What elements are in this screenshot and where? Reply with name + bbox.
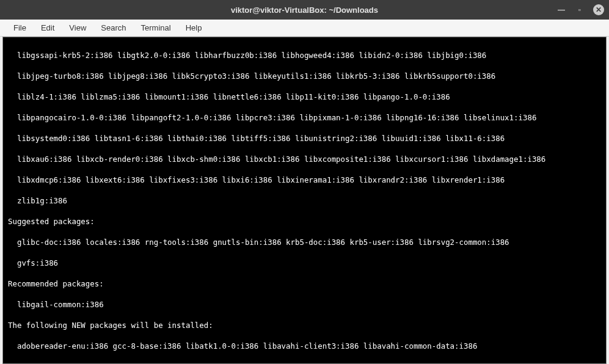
window-title: viktor@viktor-VirtualBox: ~/Downloads <box>231 5 378 15</box>
terminal-line: libxdmcp6:i386 libxext6:i386 libxfixes3:… <box>8 175 601 185</box>
terminal-line: libavahi-common3:i386 libblkid1:i386 lib… <box>8 362 601 364</box>
menu-terminal[interactable]: Terminal <box>134 21 178 35</box>
terminal-line: libsystemd0:i386 libtasn1-6:i386 libthai… <box>8 133 601 144</box>
terminal-line: Recommended packages: <box>8 278 601 289</box>
terminal-line: libpangocairo-1.0-0:i386 libpangoft2-1.0… <box>8 112 601 123</box>
terminal-line: glibc-doc:i386 locales:i386 rng-tools:i3… <box>8 237 601 247</box>
terminal-line: libjpeg-turbo8:i386 libjpeg8:i386 libk5c… <box>8 71 601 81</box>
minimize-icon[interactable]: — <box>556 5 566 15</box>
terminal-line: libgail-common:i386 <box>8 299 601 310</box>
terminal-line: The following NEW packages will be insta… <box>8 320 601 330</box>
terminal-line: adobereader-enu:i386 gcc-8-base:i386 lib… <box>8 341 601 351</box>
close-icon[interactable]: ✕ <box>593 4 604 15</box>
terminal-line: gvfs:i386 <box>8 258 601 268</box>
terminal-line: liblz4-1:i386 liblzma5:i386 libmount1:i3… <box>8 92 601 102</box>
titlebar: viktor@viktor-VirtualBox: ~/Downloads — … <box>0 0 609 20</box>
terminal-line: libgssapi-krb5-2:i386 libgtk2.0-0:i386 l… <box>8 50 601 60</box>
terminal-line: zlib1g:i386 <box>8 195 601 206</box>
maximize-icon[interactable]: ▫ <box>575 5 585 15</box>
terminal-line: libxau6:i386 libxcb-render0:i386 libxcb-… <box>8 154 601 164</box>
menubar: File Edit View Search Terminal Help <box>0 20 609 37</box>
menu-search[interactable]: Search <box>93 21 133 35</box>
menu-file[interactable]: File <box>6 21 34 35</box>
terminal-output[interactable]: libgssapi-krb5-2:i386 libgtk2.0-0:i386 l… <box>2 37 607 364</box>
window-controls: — ▫ ✕ <box>556 4 604 15</box>
menu-edit[interactable]: Edit <box>34 21 62 35</box>
menu-help[interactable]: Help <box>178 21 210 35</box>
terminal-line: Suggested packages: <box>8 216 601 227</box>
menu-view[interactable]: View <box>62 21 93 35</box>
